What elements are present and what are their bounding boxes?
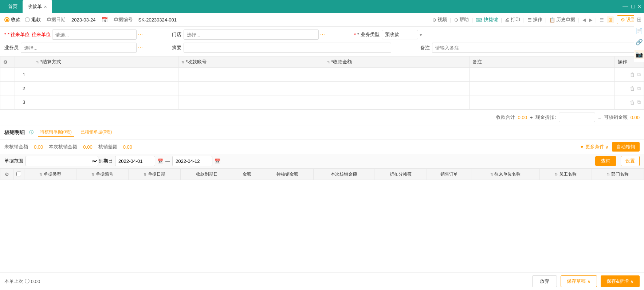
- business-type-select[interactable]: 预收款: [382, 30, 418, 39]
- note-input[interactable]: [432, 43, 640, 53]
- employee-input[interactable]: [21, 43, 137, 53]
- due-date-to-input[interactable]: [172, 156, 212, 166]
- more-conditions-btn[interactable]: ▼ 更多条件 ∧: [580, 144, 609, 150]
- writeoff-col-duedate: 收款到期日: [181, 169, 233, 180]
- cal-from-icon[interactable]: 📅: [157, 158, 163, 164]
- row-3-delete-icon[interactable]: 🗑: [630, 99, 635, 105]
- row-1-note-input[interactable]: [470, 68, 614, 81]
- writeoff-table-gear-icon[interactable]: ⚙: [5, 172, 9, 177]
- window-minimize-icon[interactable]: —: [623, 3, 628, 10]
- row-2-note[interactable]: [469, 82, 614, 95]
- row-1-setting: [0, 68, 15, 82]
- row-2-amount[interactable]: [324, 82, 469, 95]
- pending-writeoff-tab[interactable]: 待核销单据(0笔): [38, 128, 74, 137]
- video-btn[interactable]: ⊙ 视频: [432, 16, 447, 23]
- operation-btn[interactable]: ☰ 操作: [527, 16, 542, 23]
- prev-icon[interactable]: ◀: [582, 17, 586, 23]
- query-btn[interactable]: 查询: [595, 156, 616, 166]
- sidebar-screenshot-icon[interactable]: 📷: [635, 50, 644, 59]
- receipt-radio[interactable]: 收款: [4, 16, 20, 23]
- table-gear-icon[interactable]: ⚙: [3, 59, 8, 65]
- range-dropdown-icon: ▾: [92, 158, 94, 164]
- row-2-note-input[interactable]: [470, 82, 614, 95]
- writeoff-date-sort-icon: ⇅: [144, 172, 146, 176]
- sidebar-doc-icon[interactable]: 📄: [636, 27, 643, 34]
- range-filter: 单据范围 ▾: [4, 156, 94, 166]
- draft-button[interactable]: 保存草稿 ∧: [561, 275, 597, 287]
- cal-to-icon[interactable]: 📅: [215, 158, 220, 164]
- window-controls: — □ ×: [623, 3, 641, 10]
- bottom-info-icon[interactable]: ⓘ: [25, 278, 30, 285]
- window-close-icon[interactable]: ×: [638, 3, 641, 10]
- writeoff-col-counterparty: ⇅ 往来单位名称: [471, 169, 539, 180]
- counterparty-more-icon[interactable]: ···: [138, 31, 143, 38]
- row-1-note[interactable]: [469, 68, 614, 82]
- row-2-account-input[interactable]: [178, 82, 323, 95]
- refund-radio[interactable]: 退款: [25, 16, 41, 23]
- save-new-button[interactable]: 保存&新增 ∧: [601, 275, 640, 287]
- help-icon: ⊙: [454, 17, 458, 23]
- close-tab-icon[interactable]: ×: [44, 4, 47, 9]
- business-type-dropdown-icon[interactable]: ▾: [420, 32, 422, 38]
- history-btn[interactable]: 📋 历史单据: [549, 16, 575, 23]
- row-2-amount-input[interactable]: [324, 82, 469, 95]
- row-2-delete-icon[interactable]: 🗑: [630, 86, 635, 91]
- form-row-1: * * 往来单位 往来单位 ··· 门店 ··· * * 业务类型 预收款 ▾: [4, 30, 640, 40]
- grid-view-icon[interactable]: ⊞: [607, 16, 614, 23]
- store-input[interactable]: [184, 30, 319, 40]
- row-3-account[interactable]: [178, 95, 324, 109]
- row-1-amount-input[interactable]: [324, 68, 469, 81]
- print-btn[interactable]: 🖨 打印: [505, 16, 520, 23]
- row-3-copy-icon[interactable]: ⧉: [637, 99, 641, 105]
- amount-sort-icon: ⇅: [327, 60, 330, 64]
- window-maximize-icon[interactable]: □: [631, 3, 635, 10]
- sidebar-table-icon[interactable]: ⊞: [637, 16, 641, 23]
- row-1-delete-icon[interactable]: 🗑: [630, 72, 635, 78]
- row-1-copy-icon[interactable]: ⧉: [637, 71, 641, 78]
- row-3-setting: [0, 95, 15, 109]
- due-date-from-input[interactable]: [115, 156, 155, 166]
- row-3-account-input[interactable]: [178, 95, 323, 109]
- row-3-settlement-input[interactable]: [33, 95, 178, 109]
- done-writeoff-tab[interactable]: 已核销单据(0笔): [78, 128, 114, 137]
- row-3-note[interactable]: [469, 95, 614, 109]
- row-1-account-input[interactable]: [178, 68, 323, 81]
- table-settings-btn[interactable]: 设置: [621, 156, 640, 166]
- writeoff-info-icon[interactable]: ⓘ: [29, 129, 34, 136]
- row-2-copy-icon[interactable]: ⧉: [637, 85, 641, 91]
- row-2-settlement[interactable]: [33, 82, 178, 95]
- row-1-amount[interactable]: [324, 68, 469, 82]
- receipt-type-group: 收款 退款: [4, 16, 41, 23]
- employee-more-icon[interactable]: ···: [138, 44, 143, 51]
- summary-input[interactable]: [184, 43, 391, 53]
- nav-home[interactable]: 首页: [3, 0, 23, 13]
- row-3-amount-input[interactable]: [324, 95, 469, 109]
- next-icon[interactable]: ▶: [589, 17, 593, 23]
- form-row-2: 业务员 ··· 摘要 备注: [4, 43, 640, 53]
- shortcut-btn[interactable]: ⌨ 快捷键: [476, 16, 498, 23]
- row-1-settlement-input[interactable]: [33, 68, 178, 81]
- auto-writeoff-btn[interactable]: 自动核销: [612, 142, 640, 152]
- nav-receipt[interactable]: 收款单 ×: [23, 0, 52, 13]
- row-1-settlement[interactable]: [33, 68, 178, 82]
- list-view-icon[interactable]: ☰: [600, 17, 604, 23]
- row-2-account[interactable]: [178, 82, 324, 95]
- row-2-settlement-input[interactable]: [33, 82, 178, 95]
- help-btn[interactable]: ⊙ 帮助: [454, 16, 469, 23]
- sidebar-link-icon[interactable]: 🔗: [636, 39, 643, 46]
- row-1-account[interactable]: [178, 68, 324, 82]
- writeoff-col-order: 销售订单: [427, 169, 471, 180]
- store-more-icon[interactable]: ···: [320, 31, 325, 38]
- calendar-icon[interactable]: 📅: [102, 17, 108, 23]
- counterparty-input[interactable]: [52, 30, 136, 40]
- abandon-button[interactable]: 放弃: [532, 275, 557, 287]
- row-3-note-input[interactable]: [470, 95, 614, 109]
- table-row: 1 🗑 ⧉: [0, 68, 644, 82]
- discount-input[interactable]: [559, 113, 595, 122]
- row-3-settlement[interactable]: [33, 95, 178, 109]
- row-3-amount[interactable]: [324, 95, 469, 109]
- range-select[interactable]: [25, 156, 98, 166]
- receipt-radio-dot: [4, 17, 9, 22]
- bottom-actions: 放弃 保存草稿 ∧ 保存&新增 ∧: [532, 275, 640, 287]
- writeoff-select-all[interactable]: [16, 172, 21, 176]
